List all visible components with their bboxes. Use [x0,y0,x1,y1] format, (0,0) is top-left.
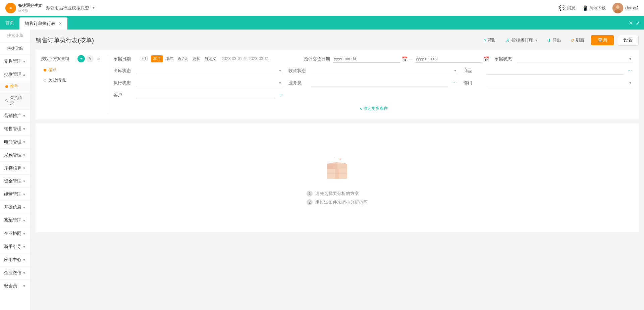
salesperson-picker-icon[interactable]: ··· [451,80,458,86]
sidebar-retail-label: 零售管理 [4,58,21,64]
collapse-filters-button[interactable]: ∧ 收起更多条件 [113,103,633,114]
department-select[interactable]: ▼ [486,80,633,86]
date-tab-last-month[interactable]: 上月 [139,55,150,62]
breadcrumb-text: 办公用品行业模拟账套 [46,5,89,11]
query-button[interactable]: 查询 [591,35,614,45]
sidebar-item-enterprise[interactable]: 企业协同 ▼ [0,227,30,240]
header-right: 💬 消息 📱 App下载 demo2 [559,3,639,13]
logo-area[interactable]: 畅捷通好生意 标准版 [5,3,42,13]
expected-delivery-from[interactable] [333,55,400,63]
goods-input[interactable] [486,67,624,75]
sidebar-item-inventory[interactable]: 库存核算 ▼ [0,162,30,175]
tab-expand-icon[interactable]: ⤢ [636,20,640,26]
filter-row-1: 单据日期 上月 本月 本年 近7天 更多 自定义 2023-03-01 至 20… [113,55,633,63]
date-tab-more[interactable]: 更多 [191,55,202,62]
expected-delivery-to[interactable] [415,55,482,63]
export-button[interactable]: ⬇ 导出 [545,36,564,45]
sidebar-item-finance[interactable]: 资金管理 ▼ [0,175,30,188]
salesperson-input[interactable] [311,79,448,87]
expected-delivery-label: 预计交货日期 [304,56,330,62]
page-title-bar: 销售订单执行表(按单) ? 帮助 🖨 按模板打印 ▼ ⬇ 导出 ↺ 刷新 [36,35,639,46]
date-range-separator: — [409,56,413,61]
tab-sales-order-exec[interactable]: 销售订单执行表 ✕ [19,17,67,30]
export-icon: ⬇ [547,38,551,43]
breadcrumb[interactable]: 办公用品行业模拟账套 ▼ [46,5,95,11]
template-print-button[interactable]: 🖨 按模板打印 ▼ [503,36,541,45]
sidebar: 搜索菜单 快捷导航 零售管理 ▼ 批发管理 ▲ 按单 欠货情况 营销推广 ▼ [0,30,30,310]
sidebar-debt-label: 欠货情况 [10,95,24,106]
help-button[interactable]: ? 帮助 [481,36,499,45]
add-scheme-button[interactable]: + [77,55,85,62]
date-tab-this-month[interactable]: 本月 [151,55,163,62]
receipt-status-field: 收款状态 ▼ [288,67,458,74]
tab-close-all-icon[interactable]: ✕ [629,20,633,26]
exec-status-field: 执行状态 ▼ [113,80,283,86]
app-download-button[interactable]: 📱 App下载 [582,5,606,11]
sidebar-retail-arrow: ▼ [22,60,26,63]
sidebar-purchase-label: 采购管理 [4,152,21,158]
messages-button[interactable]: 💬 消息 [559,5,576,11]
scheme-label: 按以下方案查询 [41,56,69,62]
date-tab-custom[interactable]: 自定义 [203,55,218,62]
sidebar-item-retail[interactable]: 零售管理 ▼ [0,55,30,68]
app-download-icon: 📱 [582,5,588,11]
exec-status-arrow: ▼ [278,81,282,85]
sidebar-inventory-label: 库存核算 [4,165,21,171]
sidebar-item-system[interactable]: 系统管理 ▼ [0,214,30,227]
scheme-item-debt[interactable]: 欠货情况 [41,75,102,85]
help-label: 帮助 [488,37,496,43]
scheme-active-dot [44,69,46,71]
salesperson-field: 业务员 ··· [288,79,458,87]
customer-field: 客户 ··· [113,91,285,99]
sidebar-item-ecommerce[interactable]: 电商管理 ▼ [0,136,30,149]
user-menu[interactable]: demo2 [612,3,639,13]
customer-picker-icon[interactable]: ··· [278,92,285,98]
sidebar-ecommerce-arrow: ▼ [22,140,26,144]
breadcrumb-dropdown-icon[interactable]: ▼ [92,6,95,10]
date-range-text: 2023-03-01 至 2023-03-31 [222,56,269,62]
sidebar-operations-label: 经营管理 [4,191,21,197]
bill-status-select[interactable]: ▼ [517,56,633,62]
sidebar-item-sales[interactable]: 销售管理 ▼ [0,122,30,136]
refresh-button[interactable]: ↺ 刷新 [568,36,587,45]
sidebar-item-newbie[interactable]: 新手引导 ▼ [0,240,30,253]
customer-input[interactable] [136,91,275,99]
exec-status-select[interactable]: ▼ [136,80,283,86]
sidebar-item-operations[interactable]: 经营管理 ▼ [0,188,30,201]
out-status-select[interactable]: ▼ [136,67,283,74]
sidebar-item-marketing[interactable]: 营销推广 ▼ [0,109,30,122]
sidebar-marketing-arrow: ▼ [22,114,26,118]
goods-field: 商品 ··· [464,67,633,75]
sidebar-item-wholesale[interactable]: 批发管理 ▲ [0,68,30,81]
date-tab-7days[interactable]: 近7天 [176,55,190,62]
collapse-scheme-button[interactable]: « [95,55,102,62]
out-status-field: 出库状态 ▼ [113,67,283,74]
avatar [612,3,623,13]
sidebar-quick-nav[interactable]: 快捷导航 [0,42,30,55]
date-tab-this-year[interactable]: 本年 [164,55,175,62]
tab-close-icon[interactable]: ✕ [59,21,62,26]
sidebar-sub-debt[interactable]: 欠货情况 [0,92,30,109]
sidebar-wholesale-label: 批发管理 [4,71,21,78]
sidebar-enterprise-arrow: ▼ [22,232,26,236]
sidebar-item-member[interactable]: 畅会员 ▼ [0,279,30,292]
receipt-status-select[interactable]: ▼ [311,67,458,74]
sidebar-item-wechat[interactable]: 企业微信 ▼ [0,266,30,279]
sidebar-item-basic[interactable]: 基础信息 ▼ [0,201,30,214]
sidebar-item-appstore[interactable]: 应用中心 ▼ [0,253,30,266]
sidebar-sub-press-order[interactable]: 按单 [0,81,30,92]
goods-picker-icon[interactable]: ··· [626,68,633,74]
content-area: 销售订单执行表(按单) ? 帮助 🖨 按模板打印 ▼ ⬇ 导出 ↺ 刷新 [30,30,644,310]
tab-home-label: 首页 [5,20,14,26]
sidebar-press-order-label: 按单 [10,84,18,89]
tab-home[interactable]: 首页 [0,16,19,30]
settings-button[interactable]: 设置 [618,35,639,46]
export-label: 导出 [552,37,561,43]
sidebar-item-purchase[interactable]: 采购管理 ▼ [0,149,30,162]
edit-scheme-button[interactable]: ✎ [86,55,94,62]
scheme-item-press-order[interactable]: 按单 [41,65,102,75]
scheme-debt-label: 欠货情况 [48,77,66,83]
filter-panel: 按以下方案查询 + ✎ « 按单 欠货情况 [36,50,639,119]
filter-fields: 单据日期 上月 本月 本年 近7天 更多 自定义 2023-03-01 至 20… [113,55,633,114]
sidebar-search[interactable]: 搜索菜单 [0,30,30,42]
